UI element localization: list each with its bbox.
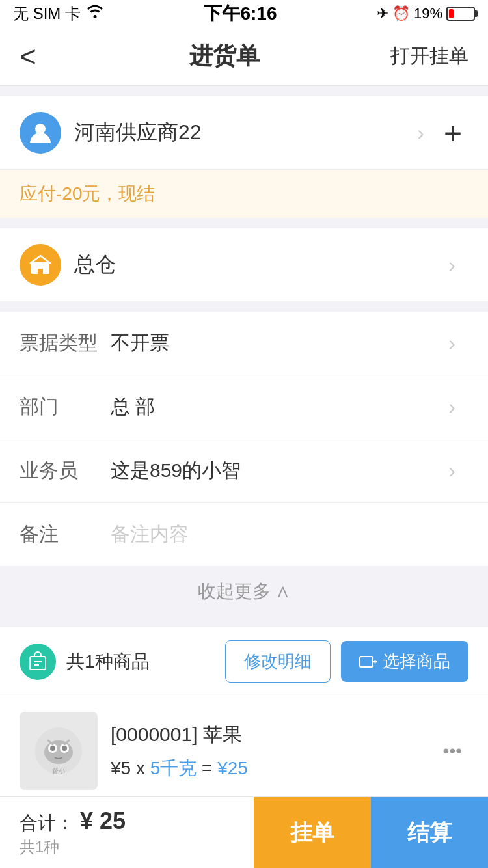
status-bar: 无 SIM 卡 下午6:16 ✈ ⏰ 19% bbox=[0, 0, 488, 27]
alarm-icon: ⏰ bbox=[392, 5, 410, 22]
product-item: 督小 [0000001] 苹果 ¥5 x 5千克 = ¥25 ••• bbox=[0, 696, 488, 806]
supplier-section: 河南供应商22 › + 应付-20元，现结 bbox=[0, 96, 488, 218]
product-unit-price: ¥5 bbox=[111, 758, 131, 778]
product-multiply: x bbox=[136, 758, 150, 778]
product-code: [0000001] bbox=[111, 724, 197, 745]
total-section: 合计： ¥ 25 共1种 bbox=[0, 797, 254, 868]
products-icon bbox=[20, 644, 56, 680]
invoice-type-row[interactable]: 票据类型 不开票 › bbox=[0, 312, 488, 375]
product-more-button[interactable]: ••• bbox=[437, 734, 468, 768]
edit-detail-button[interactable]: 修改明细 bbox=[225, 640, 331, 683]
svg-rect-2 bbox=[38, 269, 43, 274]
add-supplier-button[interactable]: + bbox=[437, 115, 468, 151]
supplier-chevron-icon: › bbox=[417, 121, 424, 145]
open-hang-button[interactable]: 打开挂单 bbox=[390, 43, 468, 70]
supplier-name: 河南供应商22 bbox=[74, 118, 417, 147]
battery-percent: 19% bbox=[414, 5, 442, 22]
svg-text:督小: 督小 bbox=[52, 767, 65, 774]
wifi-icon bbox=[86, 5, 104, 23]
back-button[interactable]: < bbox=[20, 40, 59, 73]
department-row[interactable]: 部门 总 部 › bbox=[0, 375, 488, 439]
supplier-notice: 应付-20元，现结 bbox=[0, 170, 488, 218]
salesman-value: 这是859的小智 bbox=[104, 457, 448, 484]
warehouse-section[interactable]: 总仓 › bbox=[0, 228, 488, 301]
total-count: 共1种 bbox=[20, 837, 234, 858]
product-equals: = bbox=[202, 758, 217, 778]
settle-button[interactable]: 结算 bbox=[371, 797, 488, 868]
department-chevron-icon: › bbox=[448, 395, 455, 419]
product-quantity: 5千克 bbox=[150, 758, 197, 778]
remark-label: 备注 bbox=[20, 521, 104, 548]
product-thumbnail: 督小 bbox=[20, 712, 98, 790]
select-product-label: 选择商品 bbox=[383, 650, 450, 673]
bottom-bar: 合计： ¥ 25 共1种 挂单 结算 bbox=[0, 796, 488, 868]
page-title: 进货单 bbox=[189, 40, 260, 72]
status-left: 无 SIM 卡 bbox=[13, 3, 104, 24]
supplier-avatar bbox=[20, 112, 61, 154]
salesman-label: 业务员 bbox=[20, 457, 104, 484]
collapse-label: 收起更多 ∧ bbox=[198, 581, 291, 601]
remark-placeholder: 备注内容 bbox=[104, 521, 468, 548]
salesman-chevron-icon: › bbox=[448, 459, 455, 483]
carrier-text: 无 SIM 卡 bbox=[13, 3, 81, 24]
products-count: 共1种商品 bbox=[66, 649, 225, 674]
products-section: 共1种商品 修改明细 选择商品 bbox=[0, 627, 488, 806]
svg-point-13 bbox=[50, 746, 55, 751]
battery-icon bbox=[446, 7, 475, 21]
warehouse-chevron-icon: › bbox=[448, 253, 455, 277]
invoice-type-value: 不开票 bbox=[104, 330, 448, 357]
product-price-row: ¥5 x 5千克 = ¥25 bbox=[111, 756, 437, 781]
svg-point-0 bbox=[35, 124, 46, 134]
department-value: 总 部 bbox=[104, 394, 448, 420]
warehouse-row[interactable]: 总仓 › bbox=[0, 228, 488, 301]
main-content: 河南供应商22 › + 应付-20元，现结 总仓 › 票据类型 不开票 › bbox=[0, 96, 488, 868]
product-total: ¥25 bbox=[217, 758, 248, 778]
products-header: 共1种商品 修改明细 选择商品 bbox=[0, 627, 488, 696]
product-name: [0000001] 苹果 bbox=[111, 722, 437, 748]
warehouse-name: 总仓 bbox=[74, 251, 448, 279]
svg-rect-6 bbox=[360, 657, 373, 667]
warehouse-icon bbox=[20, 244, 61, 286]
product-info: [0000001] 苹果 ¥5 x 5千克 = ¥25 bbox=[111, 722, 437, 781]
remark-row[interactable]: 备注 备注内容 bbox=[0, 503, 488, 566]
svg-rect-3 bbox=[30, 657, 46, 670]
total-label: 合计： bbox=[20, 813, 74, 833]
form-section: 票据类型 不开票 › 部门 总 部 › 业务员 这是859的小智 › 备注 备注… bbox=[0, 312, 488, 566]
supplier-row[interactable]: 河南供应商22 › + bbox=[0, 96, 488, 170]
salesman-row[interactable]: 业务员 这是859的小智 › bbox=[0, 439, 488, 503]
hang-button[interactable]: 挂单 bbox=[254, 797, 371, 868]
total-amount: ¥ 25 bbox=[80, 807, 126, 834]
department-label: 部门 bbox=[20, 394, 104, 420]
location-icon: ✈ bbox=[377, 5, 388, 22]
svg-point-10 bbox=[44, 740, 73, 764]
collapse-bar[interactable]: 收起更多 ∧ bbox=[0, 566, 488, 617]
invoice-type-label: 票据类型 bbox=[20, 330, 104, 357]
invoice-type-chevron-icon: › bbox=[448, 331, 455, 355]
status-time: 下午6:16 bbox=[204, 1, 277, 26]
select-product-button[interactable]: 选择商品 bbox=[341, 641, 468, 682]
svg-point-14 bbox=[62, 746, 67, 751]
nav-bar: < 进货单 打开挂单 bbox=[0, 27, 488, 86]
product-title: 苹果 bbox=[203, 724, 242, 745]
status-right: ✈ ⏰ 19% bbox=[377, 5, 475, 22]
total-row: 合计： ¥ 25 bbox=[20, 807, 234, 835]
